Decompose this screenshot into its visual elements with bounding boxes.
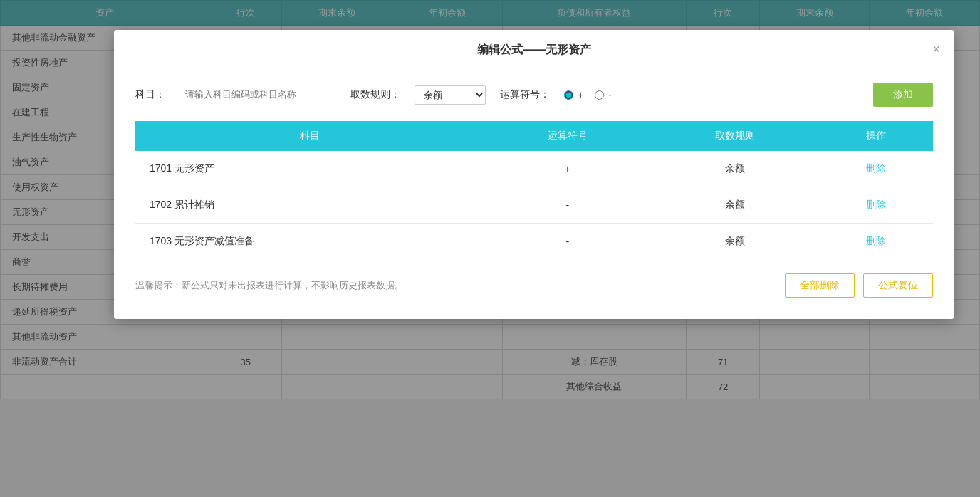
rule-label: 取数规则： [350, 88, 400, 101]
table-body: 1701 无形资产+余额删除1702 累计摊销-余额删除1703 无形资产减值准… [135, 151, 933, 259]
formula-subject-cell: 1701 无形资产 [135, 151, 484, 187]
operator-minus-input[interactable] [595, 90, 604, 100]
formula-action-cell: 删除 [819, 151, 933, 187]
operator-plus-label: + [578, 89, 583, 100]
delete-row-link[interactable]: 删除 [866, 235, 886, 246]
formula-operator-cell: - [484, 187, 651, 224]
formula-rule-cell: 余额 [651, 151, 818, 187]
delete-all-button[interactable]: 全部删除 [785, 273, 855, 298]
subject-label: 科目： [135, 88, 165, 101]
edit-formula-modal: 编辑公式——无形资产 × 科目： 取数规则： 余额 运算符号： + - 添加 [114, 30, 954, 319]
formula-subject-cell: 1702 累计摊销 [135, 187, 484, 224]
footer-tip: 温馨提示：新公式只对未出报表进行计算，不影响历史报表数据。 [135, 279, 404, 292]
formula-col-header: 科目 [135, 121, 484, 151]
formula-operator-cell: + [484, 151, 651, 187]
reset-button[interactable]: 公式复位 [863, 273, 933, 298]
formula-operator-cell: - [484, 224, 651, 260]
formula-subject-cell: 1703 无形资产减值准备 [135, 224, 484, 260]
modal-title: 编辑公式——无形资产 [477, 43, 591, 56]
operator-minus-label: - [608, 89, 612, 100]
formula-table: 科目运算符号取数规则操作 1701 无形资产+余额删除1702 累计摊销-余额删… [135, 121, 933, 259]
data-table-wrap: 科目运算符号取数规则操作 1701 无形资产+余额删除1702 累计摊销-余额删… [114, 121, 954, 259]
operator-label: 运算符号： [500, 88, 550, 101]
operator-minus-radio[interactable]: - [595, 89, 612, 100]
formula-rule-cell: 余额 [651, 224, 818, 260]
subject-input[interactable] [179, 86, 336, 103]
operator-plus-radio[interactable]: + [564, 89, 583, 100]
formula-col-header: 操作 [819, 121, 933, 151]
formula-col-header: 取数规则 [651, 121, 818, 151]
table-row: 1703 无形资产减值准备-余额删除 [135, 224, 933, 260]
form-row: 科目： 取数规则： 余额 运算符号： + - 添加 [114, 68, 954, 121]
delete-row-link[interactable]: 删除 [866, 162, 886, 174]
modal-close-button[interactable]: × [932, 43, 940, 56]
operator-group: + - [564, 89, 612, 100]
footer-buttons: 全部删除 公式复位 [785, 273, 933, 298]
table-header-row: 科目运算符号取数规则操作 [135, 121, 933, 151]
rule-select[interactable]: 余额 [415, 85, 486, 105]
add-button[interactable]: 添加 [873, 83, 933, 107]
table-row: 1702 累计摊销-余额删除 [135, 187, 933, 224]
modal-footer: 温馨提示：新公式只对未出报表进行计算，不影响历史报表数据。 全部删除 公式复位 [114, 259, 954, 298]
table-row: 1701 无形资产+余额删除 [135, 151, 933, 187]
formula-rule-cell: 余额 [651, 187, 818, 224]
formula-col-header: 运算符号 [484, 121, 651, 151]
formula-action-cell: 删除 [819, 187, 933, 224]
modal-header: 编辑公式——无形资产 × [114, 30, 954, 68]
formula-action-cell: 删除 [819, 224, 933, 260]
delete-row-link[interactable]: 删除 [866, 199, 886, 210]
rule-select-wrap: 余额 [415, 85, 486, 105]
operator-plus-input[interactable] [564, 90, 573, 100]
